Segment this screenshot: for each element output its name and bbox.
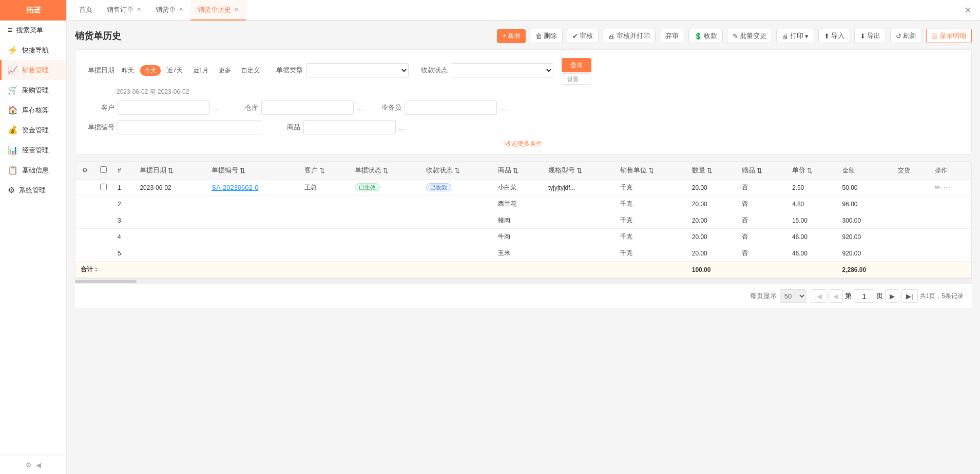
- payment-status-select[interactable]: [451, 63, 553, 77]
- sidebar-item-base-info[interactable]: 📋 基础信息: [0, 160, 66, 180]
- th-unit-price[interactable]: 单价⇅: [787, 162, 837, 180]
- date-1month[interactable]: 近1月: [189, 65, 213, 76]
- import-button[interactable]: ⬆ 导入: [818, 29, 850, 43]
- warehouse-input[interactable]: [261, 101, 354, 115]
- td-checkbox[interactable]: [94, 229, 112, 245]
- th-customer[interactable]: 客户⇅: [299, 162, 350, 180]
- export-icon: ⬇: [860, 32, 866, 40]
- td-settings: [75, 212, 94, 229]
- audit-button[interactable]: ✔ 审核: [567, 29, 599, 43]
- date-yesterday[interactable]: 昨天: [118, 65, 138, 76]
- export-button[interactable]: ⬇ 导出: [854, 29, 886, 43]
- per-page-select[interactable]: 20 50 100: [780, 289, 806, 303]
- settings-button[interactable]: 设置: [562, 73, 591, 85]
- page-number-input[interactable]: [854, 289, 874, 303]
- print-button[interactable]: 🖨 打印 ▾: [776, 29, 814, 43]
- tab-home[interactable]: 首页: [72, 0, 100, 21]
- query-button[interactable]: 查询: [562, 58, 591, 72]
- td-checkbox[interactable]: [94, 196, 112, 212]
- sidebar-item-label: 搜索菜单: [16, 26, 43, 35]
- sidebar-item-search-menu[interactable]: ≡ 搜索菜单: [0, 21, 66, 40]
- customer-input[interactable]: [118, 101, 210, 115]
- abandon-button[interactable]: 弃审: [660, 29, 684, 43]
- doc-no-input[interactable]: [118, 120, 261, 134]
- th-qty[interactable]: 数量⇅: [687, 162, 737, 180]
- scroll-bar-area[interactable]: [75, 279, 972, 284]
- sidebar-item-quick-nav[interactable]: ⚡ 快捷导航: [0, 40, 66, 60]
- date-7days[interactable]: 近7天: [163, 65, 187, 76]
- collect-button[interactable]: 💲 收款: [688, 29, 723, 43]
- salesperson-ellipsis[interactable]: ...: [500, 104, 506, 112]
- doc-no-link[interactable]: SA-20230602-0: [212, 184, 258, 191]
- prev-page-button[interactable]: ◀: [829, 289, 843, 303]
- date-custom[interactable]: 自定义: [237, 65, 264, 76]
- next-page-button[interactable]: ▶: [885, 289, 899, 303]
- salesperson-input[interactable]: [405, 101, 497, 115]
- tab-close-sales-history[interactable]: ✕: [234, 6, 239, 13]
- data-table: ⚙ # 单据日期⇅ 单据编号⇅ 客户⇅ 单据状态⇅ 收款状态⇅ 商品⇅ 规格型号…: [75, 162, 971, 278]
- tab-sales-history[interactable]: 销货单历史 ✕: [190, 0, 246, 21]
- goods-input[interactable]: [303, 120, 396, 134]
- th-goods[interactable]: 商品⇅: [493, 162, 543, 180]
- th-doc-no[interactable]: 单据编号⇅: [206, 162, 299, 180]
- scroll-thumb[interactable]: [75, 280, 137, 283]
- doc-type-select[interactable]: [306, 63, 409, 77]
- sidebar-item-inventory[interactable]: 🏠 库存核算: [0, 100, 66, 120]
- row-checkbox[interactable]: [100, 184, 107, 190]
- print-audit-button[interactable]: 🖨 审核并打印: [603, 29, 656, 43]
- batch-change-button[interactable]: ✎ 批量变更: [727, 29, 772, 43]
- tab-close-sales-goods[interactable]: ✕: [179, 6, 183, 13]
- tab-close-sales-order[interactable]: ✕: [137, 6, 141, 13]
- collapse-row: 收起更多条件: [84, 140, 963, 148]
- td-goods: 猪肉: [493, 212, 543, 229]
- close-all-tabs-icon[interactable]: ✕: [961, 5, 975, 16]
- th-gift[interactable]: 赠品⇅: [737, 162, 787, 180]
- table-row: 1 2023-06-02 SA-20230602-0 王总 已生效 已收款 小白…: [75, 180, 971, 196]
- page-info: 共1页，5条记录: [920, 292, 964, 301]
- more-icon[interactable]: ⋯: [944, 184, 950, 191]
- sidebar-item-sales-mgmt[interactable]: 📈 销售管理: [0, 60, 66, 80]
- per-page-label: 每页显示: [750, 291, 777, 301]
- add-button[interactable]: + 新增: [497, 29, 526, 43]
- sidebar-item-sys-mgmt[interactable]: ⚙ 系统管理: [0, 180, 66, 200]
- last-page-button[interactable]: ▶|: [901, 289, 917, 303]
- tab-sales-order[interactable]: 销售订单 ✕: [100, 0, 148, 21]
- refresh-button[interactable]: ↺ 刷新: [890, 29, 922, 43]
- sidebar-item-finance[interactable]: 💰 资金管理: [0, 120, 66, 140]
- th-doc-date[interactable]: 单据日期⇅: [134, 162, 206, 180]
- td-checkbox[interactable]: [94, 180, 112, 196]
- date-more[interactable]: 更多: [215, 65, 235, 76]
- goods-ellipsis[interactable]: ...: [399, 123, 405, 131]
- th-payment-status[interactable]: 收款状态⇅: [421, 162, 493, 180]
- sidebar-item-operations[interactable]: 📊 经营管理: [0, 140, 66, 160]
- sys-mgmt-icon: ⚙: [8, 185, 15, 195]
- td-doc-no: [206, 196, 299, 212]
- date-today[interactable]: 今天: [140, 65, 161, 76]
- edit-icon[interactable]: ✏: [935, 184, 940, 191]
- tab-sales-goods[interactable]: 销货单 ✕: [148, 0, 190, 21]
- select-all-checkbox[interactable]: [100, 166, 107, 173]
- th-settings[interactable]: ⚙: [75, 162, 94, 180]
- sidebar-item-purchase-mgmt[interactable]: 🛒 采购管理: [0, 80, 66, 100]
- filter-warehouse: 仓库 ...: [227, 101, 363, 115]
- sidebar-settings-icon[interactable]: ⚙: [26, 461, 32, 469]
- delete-button[interactable]: 🗑 删除: [530, 29, 563, 43]
- sidebar-collapse-icon[interactable]: ◀: [36, 461, 41, 469]
- td-checkbox[interactable]: [94, 245, 112, 262]
- collapse-button[interactable]: 收起更多条件: [505, 140, 542, 147]
- th-spec[interactable]: 规格型号⇅: [543, 162, 615, 180]
- salesperson-label: 业务员: [371, 103, 401, 112]
- td-checkbox[interactable]: [94, 212, 112, 229]
- page-content: 销货单历史 + 新增 🗑 删除 ✔ 审核 🖨 审核并打印 弃审: [67, 21, 980, 474]
- customer-ellipsis[interactable]: ...: [213, 104, 219, 112]
- show-details-button[interactable]: ☰ 显示明细: [926, 29, 972, 43]
- warehouse-ellipsis[interactable]: ...: [357, 104, 363, 112]
- th-unit[interactable]: 销售单位⇅: [615, 162, 687, 180]
- td-unit: 千克: [615, 212, 687, 229]
- operations-icon: 📊: [8, 145, 18, 155]
- first-page-button[interactable]: |◀: [811, 289, 827, 303]
- td-customer: [299, 229, 350, 245]
- date-label: 单据日期: [84, 66, 114, 75]
- th-doc-status[interactable]: 单据状态⇅: [350, 162, 421, 180]
- th-checkbox[interactable]: [94, 162, 112, 180]
